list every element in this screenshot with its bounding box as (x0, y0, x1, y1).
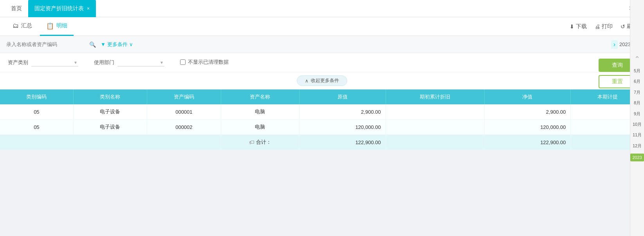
asset-category-select-wrap (31, 59, 78, 66)
sidebar-month-item[interactable]: 8月 (633, 98, 642, 108)
nav-tab[interactable]: 固定资产折旧统计表 × (28, 0, 96, 17)
col-header-asset-code: 资产编码 (147, 89, 221, 104)
collapse-label: 收起更多条件 (311, 77, 339, 84)
col-header-original-value: 原值 (299, 89, 386, 104)
tab-summary-label: 汇总 (21, 22, 32, 29)
total-original-value: 122,900.00 (299, 135, 386, 150)
total-icon: 🏷 (249, 139, 254, 145)
print-icon: 🖨 (595, 23, 600, 30)
cell-original-value: 120,000.00 (299, 120, 386, 135)
total-text: 合计： (256, 139, 271, 146)
date-nav-arrow[interactable]: › (611, 40, 618, 49)
print-button[interactable]: 🖨 打印 (595, 23, 613, 30)
cell-category-name: 电子设备 (73, 104, 147, 120)
chevron-down-icon: ∨ (129, 41, 133, 47)
sidebar-month-item[interactable]: 5月 (633, 66, 642, 76)
sidebar-month-item[interactable]: 7月 (633, 87, 642, 98)
col-header-accumulated-dep: 期初累计折旧 (386, 89, 484, 104)
hide-cleared-group: 不显示已清理数据 (180, 59, 229, 66)
asset-category-filter: 资产类别 (8, 59, 78, 66)
col-header-category-code: 类别编码 (0, 89, 73, 104)
cell-accumulated-dep (386, 104, 484, 120)
department-label: 使用部门 (94, 59, 114, 66)
total-row: 🏷 合计： 122,900.00 122,900.00 (0, 135, 644, 150)
total-label-cell (0, 135, 221, 150)
col-header-asset-name: 资产名称 (221, 89, 299, 104)
download-button[interactable]: ⬇ 下载 (570, 23, 587, 30)
filter-icon: ▼ (101, 41, 106, 47)
total-net-value: 122,900.00 (484, 135, 570, 150)
col-header-category-name: 类别名称 (73, 89, 147, 104)
more-conditions-button[interactable]: ▼ 更多条件 ∨ (101, 41, 133, 48)
detail-icon: 📋 (46, 22, 54, 30)
search-input[interactable] (6, 41, 85, 47)
nav-home[interactable]: 首页 (5, 0, 28, 17)
total-accumulated-dep (386, 135, 484, 150)
cell-asset-code: 000002 (147, 120, 221, 135)
asset-category-select[interactable] (31, 59, 78, 66)
download-icon: ⬇ (570, 23, 574, 30)
print-label: 打印 (602, 23, 613, 30)
download-label: 下载 (576, 23, 587, 30)
cell-asset-code: 000001 (147, 104, 221, 120)
table-container: 类别编码 类别名称 资产编码 资产名称 原值 期初累计折旧 净值 本期计提 05… (0, 89, 644, 150)
cell-category-code: 05 (0, 104, 73, 120)
col-header-net-value: 净值 (484, 89, 570, 104)
summary-icon: 🗂 (13, 22, 19, 29)
cell-net-value: 2,900.00 (484, 104, 570, 120)
cell-category-name: 电子设备 (73, 120, 147, 135)
sidebar-month-item[interactable]: 9月 (633, 109, 642, 119)
cell-asset-name: 电脑 (221, 120, 299, 135)
hide-cleared-label: 不显示已清理数据 (188, 59, 229, 66)
sidebar-month-item[interactable]: 11月 (633, 130, 642, 140)
toolbar-actions: ⬇ 下载 🖨 打印 ↺ 刷新 (570, 23, 638, 30)
asset-category-label: 资产类别 (8, 59, 28, 66)
sidebar-up-arrow[interactable]: ⌃ (634, 55, 640, 63)
right-sidebar: ⌃ 5月6月7月8月9月10月11月12月 2023 (630, 0, 644, 236)
refresh-icon: ↺ (621, 23, 625, 30)
sidebar-month-item[interactable]: 10月 (633, 119, 642, 130)
tab-detail-label: 明细 (56, 22, 67, 29)
tab-summary[interactable]: 🗂 汇总 (6, 17, 38, 36)
sidebar-months: 5月6月7月8月9月10月11月12月 (633, 66, 642, 151)
search-icon: 🔍 (89, 41, 96, 48)
department-select-wrap (117, 59, 164, 66)
sidebar-month-item[interactable]: 12月 (633, 141, 642, 151)
cell-asset-name: 电脑 (221, 104, 299, 120)
collapse-chevron-icon: ∧ (305, 78, 308, 84)
collapse-bar: ∧ 收起更多条件 (0, 72, 644, 89)
cell-category-code: 05 (0, 120, 73, 135)
department-select[interactable] (117, 59, 164, 66)
table-header-row: 类别编码 类别名称 资产编码 资产名称 原值 期初累计折旧 净值 本期计提 (0, 89, 644, 104)
nav-tab-label: 固定资产折旧统计表 (34, 5, 84, 12)
toolbar: 🗂 汇总 📋 明细 ⬇ 下载 🖨 打印 ↺ 刷新 (0, 17, 644, 36)
collapse-button[interactable]: ∧ 收起更多条件 (297, 75, 347, 86)
nav-tab-close[interactable]: × (87, 6, 90, 11)
toolbar-tabs: 🗂 汇总 📋 明细 (6, 17, 74, 36)
search-bar: 🔍 ▼ 更多条件 ∨ › 2023.01 (0, 36, 644, 53)
hide-cleared-checkbox[interactable] (180, 59, 186, 65)
cell-original-value: 2,900.00 (299, 104, 386, 120)
table-row: 05 电子设备 000002 电脑 120,000.00 120,000.00 (0, 120, 644, 135)
cell-net-value: 120,000.00 (484, 120, 570, 135)
department-filter: 使用部门 (94, 59, 164, 66)
table-row: 05 电子设备 000001 电脑 2,900.00 2,900.00 (0, 104, 644, 120)
asset-table: 类别编码 类别名称 资产编码 资产名称 原值 期初累计折旧 净值 本期计提 05… (0, 89, 644, 150)
filter-area: 资产类别 使用部门 不显示已清理数据 查询 重置 (0, 53, 644, 72)
sidebar-month-item[interactable]: 6月 (633, 76, 642, 87)
sidebar-year[interactable]: 2023 (630, 154, 644, 161)
more-conditions-label: 更多条件 (107, 41, 128, 48)
total-label: 🏷 合计： (221, 135, 299, 150)
tab-detail[interactable]: 📋 明细 (40, 17, 74, 36)
top-nav: 首页 固定资产折旧统计表 × × (0, 0, 644, 17)
cell-accumulated-dep (386, 120, 484, 135)
